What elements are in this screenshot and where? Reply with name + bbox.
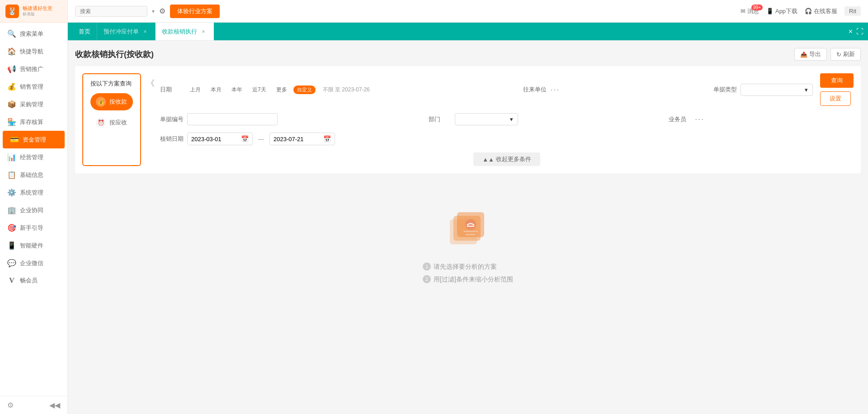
sidebar-item-label: 营销推广 — [20, 65, 43, 73]
date-this-month[interactable]: 本月 — [207, 85, 225, 95]
filter-by-receipt[interactable]: 💰 按收款 — [90, 93, 133, 110]
gear-icon[interactable]: ⚙ — [159, 7, 165, 15]
refresh-icon: ↻ — [836, 51, 841, 58]
industry-btn[interactable]: 体验行业方案 — [170, 5, 220, 18]
empty-tip-1-text: 请先选择要分析的方案 — [434, 260, 497, 273]
filter-fields: 日期 上月 本月 本年 近7天 更多 自定义 不限 至 2023-07-26 — [160, 73, 854, 166]
app-download-btn[interactable]: 📱 App下载 — [766, 7, 797, 15]
page-actions: 📤 导出 ↻ 刷新 — [794, 48, 861, 61]
filter-panel: 按以下方案查询 💰 按收款 ⏰ 按应收 《 日期 — [75, 66, 861, 173]
tab-prepay[interactable]: 预付冲应付单 × — [97, 23, 156, 40]
dropdown-icon[interactable]: ▾ — [152, 8, 155, 14]
collapse-conditions-btn[interactable]: ▲▲ 收起更多条件 — [473, 152, 540, 166]
tab-home[interactable]: 首页 — [72, 23, 97, 40]
export-button[interactable]: 📤 导出 — [794, 48, 827, 61]
salesperson-input[interactable]: ··· — [695, 114, 704, 124]
dept-field: 部门 ▾ — [429, 113, 518, 125]
sidebar-item-quick-nav[interactable]: 🏠 快捷导航 — [0, 43, 67, 60]
svg-rect-6 — [466, 234, 476, 235]
tab-prepay-close[interactable]: × — [142, 28, 149, 35]
filter-by-receivable-label: 按应收 — [109, 119, 127, 127]
date-last-month[interactable]: 上月 — [186, 85, 204, 95]
sidebar-item-guide[interactable]: 🎯 新手引导 — [0, 219, 67, 237]
salesperson-field: 业务员 ··· — [669, 114, 704, 124]
sidebar-item-label: 智能硬件 — [20, 242, 43, 250]
svg-point-3 — [465, 219, 476, 230]
sidebar-item-label: 库存核算 — [20, 118, 43, 126]
search-menu-icon: 🔍 — [7, 29, 16, 38]
date-custom-badge[interactable]: 自定义 — [293, 86, 316, 94]
tabs-list: 首页 预付冲应付单 × 收款核销执行 × — [72, 23, 214, 40]
sidebar-item-purchase[interactable]: 📦 采购管理 — [0, 95, 67, 113]
sidebar-item-sales[interactable]: 💰 销售管理 — [0, 78, 67, 95]
collapse-sidebar-icon[interactable]: ◀◀ — [49, 401, 60, 409]
sidebar-item-finance[interactable]: 💳 资金管理 — [3, 131, 65, 148]
sidebar-item-inventory[interactable]: 🏪 库存核算 — [0, 113, 67, 131]
date-7days[interactable]: 近7天 — [249, 85, 270, 95]
date-this-year[interactable]: 本年 — [228, 85, 246, 95]
sidebar-item-system[interactable]: ⚙️ 系统管理 — [0, 184, 67, 201]
sidebar-item-label: 企业协同 — [20, 206, 43, 214]
sidebar-item-search-menu[interactable]: 🔍 搜索菜单 — [0, 25, 67, 43]
sidebar-item-wechat[interactable]: 💬 企业微信 — [0, 254, 67, 272]
sidebar-item-marketing[interactable]: 📢 营销推广 — [0, 60, 67, 78]
counterparty-label: 往来单位 — [523, 86, 547, 94]
calendar-end-icon[interactable]: 📅 — [320, 133, 335, 145]
order-no-input[interactable] — [187, 113, 278, 125]
order-type-select[interactable]: ▾ — [741, 84, 813, 96]
app-icon: 📱 — [766, 8, 774, 14]
empty-state: 1 请先选择要分析的方案 2 用[过滤]条件来缩小分析范围 — [75, 179, 861, 313]
settings-footer-icon[interactable]: ⚙ — [7, 401, 14, 409]
collapse-conditions-area: ▲▲ 收起更多条件 — [160, 152, 854, 166]
counterparty-input[interactable]: ··· — [550, 85, 560, 95]
dept-label: 部门 — [429, 115, 451, 124]
topbar: ▾ ⚙ 体验行业方案 ✉ 消息 99+ 📱 App下载 🎧 在线客服 Rit — [68, 0, 868, 23]
svg-rect-5 — [463, 231, 478, 232]
date-range-dash: — — [258, 136, 264, 143]
sidebar-item-corp[interactable]: 🏢 企业协同 — [0, 201, 67, 219]
collapse-up-icon: ▲▲ — [482, 156, 494, 163]
sidebar-item-label: 经营管理 — [20, 153, 43, 162]
settings-button[interactable]: 设置 — [820, 91, 851, 106]
app-name: 畅捷通好生意 — [23, 5, 52, 11]
close-all-tabs-icon[interactable]: × — [849, 28, 853, 36]
tabs-actions: × ⛶ — [849, 28, 868, 36]
verify-date-end-input[interactable] — [270, 133, 320, 145]
dept-select[interactable]: ▾ — [455, 113, 518, 125]
sidebar-item-basic-info[interactable]: 📋 基础信息 — [0, 166, 67, 184]
service-icon: 🎧 — [805, 8, 812, 14]
salesperson-label: 业务员 — [669, 115, 691, 124]
sidebar-item-label: 基础信息 — [20, 171, 43, 179]
query-button[interactable]: 查询 — [820, 73, 854, 88]
tab-receipt-verify-close[interactable]: × — [200, 28, 207, 35]
date-more[interactable]: 更多 — [273, 85, 291, 95]
message-icon: ✉ — [741, 8, 745, 14]
collapse-left-panel[interactable]: 《 — [146, 78, 155, 166]
app-download-label: App下载 — [775, 7, 797, 15]
filter-row-1: 日期 上月 本月 本年 近7天 更多 自定义 不限 至 2023-07-26 — [160, 73, 854, 106]
calendar-start-icon[interactable]: 📅 — [237, 133, 252, 145]
export-icon: 📤 — [800, 51, 807, 58]
tab-prepay-label: 预付冲应付单 — [104, 28, 139, 36]
sidebar-item-vip[interactable]: V 畅会员 — [0, 272, 67, 289]
user-info[interactable]: Rit — [844, 6, 861, 16]
quick-nav-icon: 🏠 — [7, 47, 16, 56]
system-icon: ⚙️ — [7, 188, 16, 197]
sidebar-item-hardware[interactable]: 📱 智能硬件 — [0, 237, 67, 254]
tab-receipt-verify[interactable]: 收款核销执行 × — [156, 23, 214, 40]
online-service-btn[interactable]: 🎧 在线客服 — [805, 7, 837, 15]
message-btn[interactable]: ✉ 消息 99+ — [741, 7, 759, 15]
user-name: Rit — [849, 8, 856, 14]
sidebar-item-label: 搜索菜单 — [20, 30, 43, 38]
message-badge: 99+ — [751, 5, 763, 10]
verify-date-start-input[interactable] — [188, 133, 237, 145]
sidebar-item-operations[interactable]: 📊 经营管理 — [0, 148, 67, 166]
empty-tip-2: 2 用[过滤]条件来缩小分析范围 — [423, 273, 513, 286]
refresh-button[interactable]: ↻ 刷新 — [830, 48, 861, 61]
collapse-conditions-label: 收起更多条件 — [496, 155, 531, 163]
expand-icon[interactable]: ⛶ — [856, 28, 863, 36]
search-input[interactable] — [75, 6, 147, 17]
filter-row-3: 核销日期 📅 — 📅 — [160, 133, 854, 145]
filter-by-receivable[interactable]: ⏰ 按应收 — [90, 114, 133, 131]
date-group: 上月 本月 本年 近7天 更多 自定义 — [186, 85, 316, 95]
